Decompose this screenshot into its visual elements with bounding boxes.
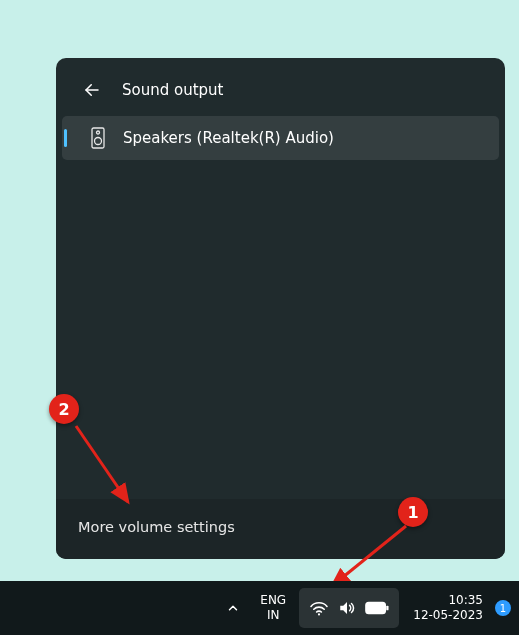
taskbar: ENG IN 10:35 12-05-2023 1 — [0, 581, 519, 635]
sound-output-flyout: Sound output Speakers (Realtek(R) Audio)… — [56, 58, 505, 559]
chevron-up-icon — [226, 601, 240, 615]
flyout-title: Sound output — [122, 81, 223, 99]
back-button[interactable] — [80, 78, 104, 102]
tray-overflow-button[interactable] — [219, 590, 247, 626]
annotation-badge-2: 2 — [49, 394, 79, 424]
selected-indicator — [64, 129, 67, 147]
speaker-device-icon — [87, 127, 109, 149]
footer-label: More volume settings — [78, 519, 235, 535]
flyout-header: Sound output — [56, 58, 505, 116]
wifi-icon — [309, 600, 329, 616]
device-list: Speakers (Realtek(R) Audio) — [56, 116, 505, 160]
flyout-body — [56, 160, 505, 499]
language-indicator[interactable]: ENG IN — [253, 593, 293, 623]
clock[interactable]: 10:35 12-05-2023 — [413, 593, 483, 623]
device-item-speakers[interactable]: Speakers (Realtek(R) Audio) — [62, 116, 499, 160]
time-text: 10:35 — [413, 593, 483, 608]
svg-point-3 — [95, 138, 102, 145]
svg-point-6 — [318, 613, 320, 615]
more-volume-settings[interactable]: More volume settings — [56, 499, 505, 559]
svg-rect-9 — [386, 606, 388, 611]
svg-point-2 — [97, 131, 100, 134]
svg-marker-7 — [341, 602, 348, 614]
device-label: Speakers (Realtek(R) Audio) — [123, 129, 334, 147]
lang-top: ENG — [253, 593, 293, 608]
battery-icon — [365, 601, 389, 615]
system-tray[interactable] — [299, 588, 399, 628]
arrow-left-icon — [83, 81, 101, 99]
volume-icon — [337, 599, 357, 617]
date-text: 12-05-2023 — [413, 608, 483, 623]
lang-bottom: IN — [253, 608, 293, 623]
annotation-badge-1: 1 — [398, 497, 428, 527]
svg-rect-8 — [366, 602, 385, 613]
notification-badge[interactable]: 1 — [495, 600, 511, 616]
